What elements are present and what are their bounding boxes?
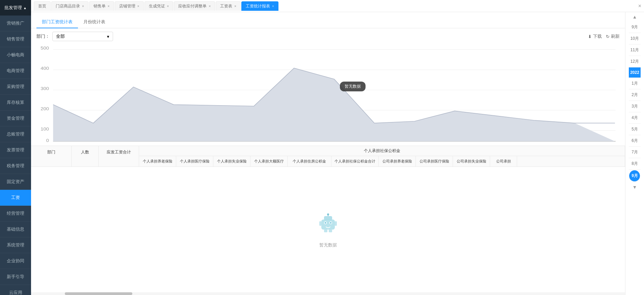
sidebar-item-8[interactable]: 发票管理 xyxy=(0,142,31,158)
toolbar-right: ⬇ 下载 ↻ 刷新 xyxy=(588,33,620,39)
content-area: 部门工资统计表月份统计表 部门： 全部 ▾ ⬇ 下载 xyxy=(31,12,644,295)
sidebar-item-12[interactable]: 经营管理 xyxy=(0,206,31,222)
tab-close-7[interactable]: × xyxy=(272,4,274,8)
sidebar-item-15[interactable]: 企业协同 xyxy=(0,253,31,269)
refresh-icon: ↻ xyxy=(606,34,610,39)
right-panel-item-3[interactable]: 12月 xyxy=(629,56,641,67)
main-area: 首页门店商品目录×销售单×店铺管理×生成凭证×应收应付调整单×工资表×工资统计报… xyxy=(31,0,644,295)
tab-label-3: 店铺管理 xyxy=(119,3,135,9)
table-header: 部门 人数 应发工资合计 个人承担社保公积金 个人承担养老保险 个人承担医疗保险… xyxy=(31,146,625,167)
right-panel-item-12[interactable]: 8月 xyxy=(629,158,641,170)
tab-6[interactable]: 工资表× xyxy=(216,1,241,11)
download-button[interactable]: ⬇ 下载 xyxy=(588,33,602,39)
download-icon: ⬇ xyxy=(588,34,592,39)
sub-tab-0[interactable]: 部门工资统计表 xyxy=(36,16,78,28)
tab-label-6: 工资表 xyxy=(220,3,232,9)
right-panel-item-4[interactable]: 2022 xyxy=(629,67,641,78)
sub-tab-1[interactable]: 月份统计表 xyxy=(78,16,111,28)
dept-select[interactable]: 全部 ▾ xyxy=(52,32,113,41)
tab-4[interactable]: 生成凭证× xyxy=(144,1,173,11)
right-panel-down-nav[interactable]: ▼ xyxy=(630,182,640,192)
right-panel-item-9[interactable]: 5月 xyxy=(629,124,641,135)
tab-close-3[interactable]: × xyxy=(137,4,139,8)
svg-point-19 xyxy=(325,222,326,224)
sidebar-item-9[interactable]: 税务管理 xyxy=(0,158,31,174)
sidebar-item-11[interactable]: 工资 xyxy=(0,190,31,206)
chart-svg: 500 400 300 200 100 0 xyxy=(36,45,620,146)
svg-text:300: 300 xyxy=(41,86,49,91)
sidebar-item-13[interactable]: 基础信息 xyxy=(0,222,31,237)
th-group-label: 个人承担社保公积金 xyxy=(139,146,625,156)
right-panel-item-1[interactable]: 10月 xyxy=(629,33,641,45)
sidebar-item-4[interactable]: 采购管理 xyxy=(0,79,31,95)
th-personal-pension: 个人承担养老保险 xyxy=(139,156,176,167)
tab-bar: 首页门店商品目录×销售单×店铺管理×生成凭证×应收应付调整单×工资表×工资统计报… xyxy=(31,0,644,12)
right-panel-item-13[interactable]: 9月 xyxy=(629,170,640,182)
sidebar-item-1[interactable]: 销售管理 xyxy=(0,31,31,47)
sidebar-item-6[interactable]: 资金管理 xyxy=(0,111,31,126)
th-headcount: 人数 xyxy=(72,146,99,167)
sidebar-item-5[interactable]: 库存核算 xyxy=(0,95,31,111)
tab-close-2[interactable]: × xyxy=(108,4,110,8)
tab-bar-close-icon[interactable]: × xyxy=(638,3,641,9)
scrollbar-thumb[interactable] xyxy=(65,292,132,295)
svg-rect-24 xyxy=(329,230,332,232)
sidebar-header[interactable]: 批发管理 ▲ xyxy=(0,0,31,16)
tab-close-5[interactable]: × xyxy=(209,4,211,8)
right-panel-item-10[interactable]: 6月 xyxy=(629,135,641,147)
sidebar-item-16[interactable]: 新手引导 xyxy=(0,269,31,285)
tab-0[interactable]: 首页 xyxy=(34,1,51,11)
tab-5[interactable]: 应收应付调整单× xyxy=(174,1,215,11)
right-panel-item-6[interactable]: 2月 xyxy=(629,89,641,101)
sidebar-item-14[interactable]: 系统管理 xyxy=(0,237,31,253)
chart-area: 500 400 300 200 100 0 xyxy=(31,45,625,146)
right-panel-item-11[interactable]: 7月 xyxy=(629,147,641,158)
sidebar: 批发管理 ▲ 营销推广销售管理小畅电商电商管理采购管理库存核算资金管理总账管理发… xyxy=(0,0,31,295)
th-company-unemployment: 公司承担失业保险 xyxy=(453,156,490,167)
svg-text:0: 0 xyxy=(46,138,49,143)
tab-1[interactable]: 门店商品目录× xyxy=(51,1,88,11)
right-panel-item-0[interactable]: 9月 xyxy=(629,22,641,33)
tab-close-4[interactable]: × xyxy=(167,4,169,8)
sidebar-item-3[interactable]: 电商管理 xyxy=(0,63,31,79)
tab-7[interactable]: 工资统计报表× xyxy=(241,1,278,11)
tab-3[interactable]: 店铺管理× xyxy=(115,1,144,11)
svg-rect-21 xyxy=(319,221,321,226)
right-panel-item-5[interactable]: 1月 xyxy=(629,78,641,89)
empty-text: 暂无数据 xyxy=(319,242,337,248)
toolbar-left: 部门： 全部 ▾ xyxy=(36,32,113,41)
refresh-button[interactable]: ↻ 刷新 xyxy=(606,33,620,39)
page-content: 部门工资统计表月份统计表 部门： 全部 ▾ ⬇ 下载 xyxy=(31,12,625,295)
tab-label-7: 工资统计报表 xyxy=(246,3,270,9)
th-dept: 部门 xyxy=(31,146,72,167)
sidebar-item-0[interactable]: 营销推广 xyxy=(0,16,31,31)
right-panel-item-2[interactable]: 11月 xyxy=(629,45,641,56)
tab-2[interactable]: 销售单× xyxy=(89,1,114,11)
empty-robot-icon xyxy=(315,211,342,238)
sidebar-item-17[interactable]: 云应用 xyxy=(0,285,31,295)
horizontal-scrollbar[interactable] xyxy=(31,292,625,295)
th-personal-major-medical: 个人承担大额医疗 xyxy=(250,156,288,167)
right-panel-item-7[interactable]: 3月 xyxy=(629,101,641,112)
th-personal-total: 个人承担社保公积金合计 xyxy=(331,156,379,167)
th-personal-housing-fund: 个人承担住房公积金 xyxy=(288,156,331,167)
sidebar-item-10[interactable]: 固定资产 xyxy=(0,174,31,190)
tab-close-6[interactable]: × xyxy=(234,4,236,8)
sidebar-item-2[interactable]: 小畅电商 xyxy=(0,47,31,63)
table-container: 部门 人数 应发工资合计 个人承担社保公积金 个人承担养老保险 个人承担医疗保险… xyxy=(31,146,625,295)
refresh-label: 刷新 xyxy=(611,33,620,39)
dept-select-value: 全部 xyxy=(56,33,65,39)
sub-tabs: 部门工资统计表月份统计表 xyxy=(31,12,625,28)
tab-label-1: 门店商品目录 xyxy=(56,3,80,9)
th-personal-unemployment: 个人承担失业保险 xyxy=(213,156,250,167)
tab-label-4: 生成凭证 xyxy=(149,3,165,9)
tab-label-2: 销售单 xyxy=(93,3,106,9)
svg-point-16 xyxy=(327,213,329,215)
right-panel-item-8[interactable]: 4月 xyxy=(629,112,641,124)
tab-close-1[interactable]: × xyxy=(82,4,84,8)
sidebar-item-7[interactable]: 总账管理 xyxy=(0,126,31,142)
sidebar-header-label: 批发管理 xyxy=(4,5,22,11)
svg-text:400: 400 xyxy=(41,66,49,71)
right-panel-up-nav[interactable]: ▲ xyxy=(630,12,640,22)
right-panel: ▲ 9月10月11月12月20221月2月3月4月5月6月7月8月9月 ▼ xyxy=(625,12,644,295)
